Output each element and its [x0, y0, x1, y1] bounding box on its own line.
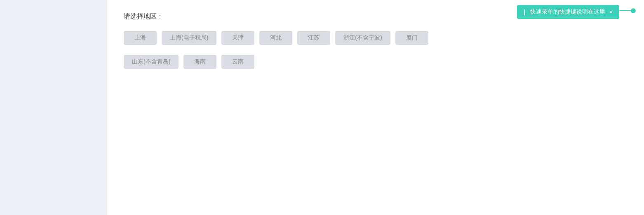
sidebar — [0, 0, 107, 215]
region-btn-shanghai-etax[interactable]: 上海(电子税局) — [162, 31, 216, 45]
region-btn-hebei[interactable]: 河北 — [259, 31, 292, 45]
region-btn-yunnan[interactable]: 云南 — [221, 55, 254, 69]
region-btn-zhejiang[interactable]: 浙江(不含宁波) — [335, 31, 390, 45]
region-btn-tianjin[interactable]: 天津 — [221, 31, 254, 45]
region-btn-xiamen[interactable]: 厦门 — [395, 31, 428, 45]
tooltip-connector-line — [619, 10, 631, 11]
main-content: 请选择地区： 上海 上海(电子税局) 天津 河北 江苏 浙江(不含宁波) 厦门 … — [107, 0, 644, 215]
tooltip-banner: 快速录单的快捷键说明在这里 × — [517, 5, 619, 19]
region-btn-shanghai[interactable]: 上海 — [124, 31, 157, 45]
tooltip-connector-dot — [631, 8, 636, 13]
tooltip-close-button[interactable]: × — [609, 9, 613, 15]
region-btn-shandong[interactable]: 山东(不含青岛) — [124, 55, 179, 69]
region-btn-jiangsu[interactable]: 江苏 — [297, 31, 330, 45]
tooltip-text: 快速录单的快捷键说明在这里 — [530, 8, 605, 16]
region-buttons: 上海 上海(电子税局) 天津 河北 江苏 浙江(不含宁波) 厦门 山东(不含青岛… — [124, 31, 628, 69]
region-btn-hainan[interactable]: 海南 — [183, 55, 216, 69]
